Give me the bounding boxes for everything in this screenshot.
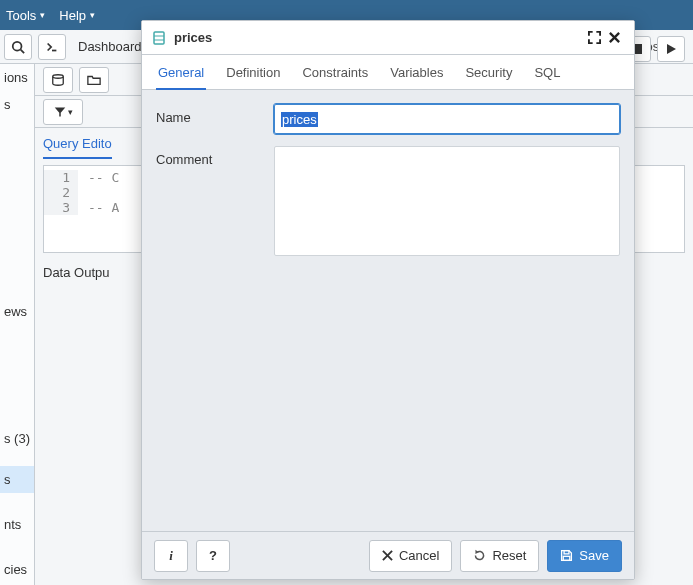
- tree-item[interactable]: s: [0, 91, 34, 118]
- cancel-button[interactable]: Cancel: [369, 540, 452, 572]
- filter-icon: [54, 106, 66, 118]
- close-icon: [608, 31, 621, 44]
- svg-point-5: [53, 74, 64, 78]
- tree-item[interactable]: cies: [0, 556, 34, 583]
- folder-open-icon: [87, 73, 101, 87]
- chevron-down-icon: ▾: [68, 107, 73, 117]
- svg-point-0: [13, 41, 22, 50]
- tree-item[interactable]: nts: [0, 511, 34, 538]
- dialog-body: Name prices Comment: [142, 90, 634, 531]
- tab-general[interactable]: General: [156, 55, 206, 90]
- name-input[interactable]: prices: [274, 104, 620, 134]
- info-button[interactable]: i: [154, 540, 188, 572]
- terminal-icon: [45, 40, 59, 54]
- comment-label: Comment: [156, 146, 264, 167]
- maximize-button[interactable]: [584, 28, 604, 48]
- tree-item[interactable]: s (3): [0, 425, 34, 452]
- properties-dialog: prices General Definition Constraints Va…: [141, 20, 635, 580]
- search-button[interactable]: [4, 34, 32, 60]
- menu-tools[interactable]: Tools ▾: [6, 8, 45, 23]
- line-number: 2: [44, 185, 78, 200]
- close-icon: [382, 550, 393, 561]
- comment-input[interactable]: [274, 146, 620, 256]
- db-button[interactable]: [43, 67, 73, 93]
- line-number: 3: [44, 200, 78, 215]
- svg-marker-4: [667, 44, 676, 54]
- tree-item[interactable]: ions: [0, 64, 34, 91]
- tab-variables[interactable]: Variables: [388, 55, 445, 89]
- editor-line: [78, 185, 88, 200]
- terminal-button[interactable]: [38, 34, 66, 60]
- info-icon: i: [169, 548, 173, 564]
- menu-help-label: Help: [59, 8, 86, 23]
- comment-row: Comment: [156, 146, 620, 256]
- chevron-down-icon: ▾: [90, 10, 95, 20]
- help-icon: ?: [209, 548, 217, 563]
- tab-dashboard[interactable]: Dashboard: [78, 39, 142, 54]
- save-icon: [560, 549, 573, 562]
- dialog-footer: i ? Cancel Reset Save: [142, 531, 634, 579]
- tab-constraints[interactable]: Constraints: [300, 55, 370, 89]
- play-icon: [665, 43, 677, 55]
- search-icon: [11, 40, 25, 54]
- save-label: Save: [579, 548, 609, 563]
- save-button[interactable]: Save: [547, 540, 622, 572]
- tab-query-editor[interactable]: Query Edito: [43, 136, 112, 159]
- chevron-down-icon: ▾: [40, 10, 45, 20]
- line-number: 1: [44, 170, 78, 185]
- reset-icon: [473, 549, 486, 562]
- cancel-label: Cancel: [399, 548, 439, 563]
- reset-button[interactable]: Reset: [460, 540, 539, 572]
- table-icon: [152, 31, 166, 45]
- tab-definition[interactable]: Definition: [224, 55, 282, 89]
- open-button[interactable]: [79, 67, 109, 93]
- tab-sql[interactable]: SQL: [532, 55, 562, 89]
- menu-tools-label: Tools: [6, 8, 36, 23]
- svg-rect-16: [564, 556, 571, 560]
- dialog-tabs: General Definition Constraints Variables…: [142, 55, 634, 90]
- editor-line: -- C: [78, 170, 119, 185]
- dialog-header: prices: [142, 21, 634, 55]
- name-row: Name prices: [156, 104, 620, 134]
- tree-item[interactable]: ews: [0, 298, 34, 325]
- tree-item-selected[interactable]: s: [0, 466, 34, 493]
- object-browser[interactable]: ions s ews s (3) s nts cies: [0, 64, 35, 585]
- dialog-title: prices: [174, 30, 212, 45]
- play-button[interactable]: [657, 36, 685, 62]
- svg-rect-15: [564, 551, 569, 554]
- filter-dropdown[interactable]: ▾: [43, 99, 83, 125]
- maximize-icon: [588, 31, 601, 44]
- svg-marker-6: [54, 107, 65, 116]
- database-icon: [51, 73, 65, 87]
- tab-security[interactable]: Security: [463, 55, 514, 89]
- name-label: Name: [156, 104, 264, 125]
- svg-rect-7: [154, 32, 164, 44]
- tab-data-output[interactable]: Data Outpu: [43, 265, 110, 280]
- help-button[interactable]: ?: [196, 540, 230, 572]
- svg-line-1: [21, 49, 25, 53]
- close-button[interactable]: [604, 28, 624, 48]
- editor-line: -- A: [78, 200, 119, 215]
- name-input-value: prices: [281, 112, 318, 127]
- reset-label: Reset: [492, 548, 526, 563]
- menu-help[interactable]: Help ▾: [59, 8, 95, 23]
